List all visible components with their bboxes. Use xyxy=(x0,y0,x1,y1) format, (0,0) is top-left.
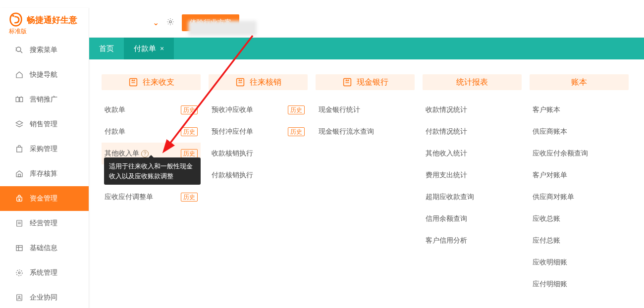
entry-label: 收款情况统计 xyxy=(426,105,467,114)
menu-entry[interactable]: 收款情况统计 xyxy=(423,99,522,121)
menu-entry[interactable]: 应付明细账 xyxy=(530,273,629,295)
tooltip: 适用于往来收入和一般性现金收入以及应收账款调整 xyxy=(104,157,201,185)
gear-icon[interactable] xyxy=(166,17,175,28)
history-badge[interactable]: 历史 xyxy=(288,105,305,114)
org-selector-blurred[interactable] xyxy=(188,21,257,36)
menu-entry[interactable]: 应付总账 xyxy=(530,230,629,252)
entry-label: 预收冲应收单 xyxy=(212,105,253,114)
sales-icon xyxy=(15,120,24,129)
category-column: 现金银行现金银行统计现金银行流水查询 xyxy=(316,74,415,295)
sidebar-item-search[interactable]: 搜索菜单 xyxy=(0,38,89,62)
category-column: 往来核销预收冲应收单历史预付冲应付单历史收款核销执行付款核销执行 xyxy=(209,74,308,295)
sidebar-item-base[interactable]: 基础信息 xyxy=(0,236,89,260)
menu-entry[interactable]: 现金银行流水查询 xyxy=(316,121,415,143)
search-icon xyxy=(15,46,24,54)
sidebar-item-label: 营销推广 xyxy=(30,95,57,104)
svg-point-22 xyxy=(19,296,20,298)
entry-label: 现金银行流水查询 xyxy=(319,127,374,136)
tab-payment[interactable]: 付款单 × xyxy=(124,38,174,59)
svg-rect-9 xyxy=(17,147,22,152)
menu-entry[interactable]: 费用支出统计 xyxy=(423,164,522,186)
history-badge[interactable]: 历史 xyxy=(181,149,198,158)
entry-label: 应收明细账 xyxy=(533,258,567,267)
header: ⌄ 体验行业方案 xyxy=(89,8,644,38)
entry-label: 收款单 xyxy=(105,105,125,114)
menu-entry[interactable]: 应收应付余额查询 xyxy=(530,143,629,164)
category-title: 账本 xyxy=(571,77,587,88)
category-column: 往来收支收款单历史付款单历史其他收入单 ?历史费用支出单历史银行存取款单历史应收… xyxy=(102,74,201,295)
svg-rect-26 xyxy=(237,79,244,86)
history-badge[interactable]: 历史 xyxy=(181,105,198,114)
logo: 畅捷通好生意 xyxy=(9,12,77,27)
category-title: 往来核销 xyxy=(250,77,281,88)
sidebar-item-purchase[interactable]: 采购管理 xyxy=(0,137,89,161)
svg-rect-10 xyxy=(18,174,21,177)
svg-point-23 xyxy=(12,15,14,17)
close-icon[interactable]: × xyxy=(160,45,164,52)
svg-rect-5 xyxy=(16,98,19,102)
menu-entry[interactable]: 预付冲应付单历史 xyxy=(209,121,308,143)
sidebar-item-quicknav[interactable]: 快捷导航 xyxy=(0,62,89,87)
menu-entry[interactable]: 应收应付调整单历史 xyxy=(102,186,201,208)
menu-entry[interactable]: 付款单历史 xyxy=(102,121,201,143)
menu-entry[interactable]: 其他收入统计 xyxy=(423,143,522,164)
entry-label: 其他收入单 ? xyxy=(105,149,149,158)
menu-entry[interactable]: 收款单历史 xyxy=(102,99,201,121)
category-icon xyxy=(235,77,246,88)
tab-bar: 首页 付款单 × xyxy=(89,38,644,59)
menu-entry[interactable]: 客户对账单 xyxy=(530,164,629,186)
inventory-icon xyxy=(15,169,24,178)
sidebar-item-sales[interactable]: 销售管理 xyxy=(0,112,89,137)
menu-entry[interactable]: 超期应收款查询 xyxy=(423,186,522,208)
menu-entry[interactable]: 收款核销执行 xyxy=(209,143,308,164)
history-badge[interactable]: 历史 xyxy=(181,127,198,136)
entry-label: 供应商对账单 xyxy=(533,193,574,202)
menu-entry[interactable]: 应收明细账 xyxy=(530,252,629,273)
sidebar-item-system[interactable]: 系统管理 xyxy=(0,260,89,285)
entry-label: 应收应付余额查询 xyxy=(533,149,588,158)
svg-rect-25 xyxy=(130,79,137,86)
category-column: 统计报表收款情况统计付款情况统计其他收入统计费用支出统计超期应收款查询信用余额查… xyxy=(423,74,522,295)
entry-label: 超期应收款查询 xyxy=(426,193,474,202)
logo-text: 畅捷通好生意 xyxy=(27,14,77,26)
question-icon[interactable]: ? xyxy=(141,150,149,157)
svg-rect-27 xyxy=(344,79,351,86)
tab-payment-label: 付款单 xyxy=(134,44,156,53)
marketing-icon xyxy=(15,95,24,104)
ops-icon xyxy=(15,219,24,228)
history-badge[interactable]: 历史 xyxy=(288,127,305,136)
sidebar-item-inventory[interactable]: 库存核算 xyxy=(0,161,89,186)
menu-entry[interactable]: 应收总账 xyxy=(530,208,629,230)
sidebar-item-marketing[interactable]: 营销推广 xyxy=(0,87,89,112)
tab-home[interactable]: 首页 xyxy=(89,38,124,59)
category-header: 现金银行 xyxy=(316,74,415,90)
sidebar-item-label: 快捷导航 xyxy=(30,70,57,79)
menu-entry[interactable]: 现金银行统计 xyxy=(316,99,415,121)
history-badge[interactable]: 历史 xyxy=(181,193,198,202)
menu-entry[interactable]: 供应商对账单 xyxy=(530,186,629,208)
menu-entry[interactable]: 供应商账本 xyxy=(530,121,629,143)
sidebar: 搜索菜单快捷导航营销推广销售管理采购管理库存核算¥资金管理经营管理基础信息系统管… xyxy=(0,8,89,308)
menu-entry[interactable]: 客户账本 xyxy=(530,99,629,121)
entry-label: 客户对账单 xyxy=(533,171,567,180)
menu-entry[interactable]: 付款核销执行 xyxy=(209,164,308,186)
sidebar-item-ops[interactable]: 经营管理 xyxy=(0,211,89,236)
menu-entry[interactable]: 信用余额查询 xyxy=(423,208,522,230)
menu-entry[interactable]: 客户信用分析 xyxy=(423,230,522,252)
category-header: 往来核销 xyxy=(209,74,308,90)
collab-icon xyxy=(15,293,24,302)
entry-label: 收款核销执行 xyxy=(212,149,253,158)
base-icon xyxy=(15,244,24,253)
svg-rect-6 xyxy=(20,98,23,102)
sidebar-item-funds[interactable]: ¥资金管理 xyxy=(0,186,89,211)
entry-label: 应收应付调整单 xyxy=(105,193,153,202)
sidebar-item-label: 经营管理 xyxy=(30,219,57,228)
sidebar-item-label: 搜索菜单 xyxy=(30,46,57,54)
sidebar-item-collab[interactable]: 企业协同 xyxy=(0,285,89,308)
category-header: 账本 xyxy=(530,74,629,90)
chevron-down-icon[interactable]: ⌄ xyxy=(153,18,159,27)
entry-label: 客户信用分析 xyxy=(426,236,467,245)
category-title: 现金银行 xyxy=(357,77,388,88)
menu-entry[interactable]: 预收冲应收单历史 xyxy=(209,99,308,121)
menu-entry[interactable]: 付款情况统计 xyxy=(423,121,522,143)
